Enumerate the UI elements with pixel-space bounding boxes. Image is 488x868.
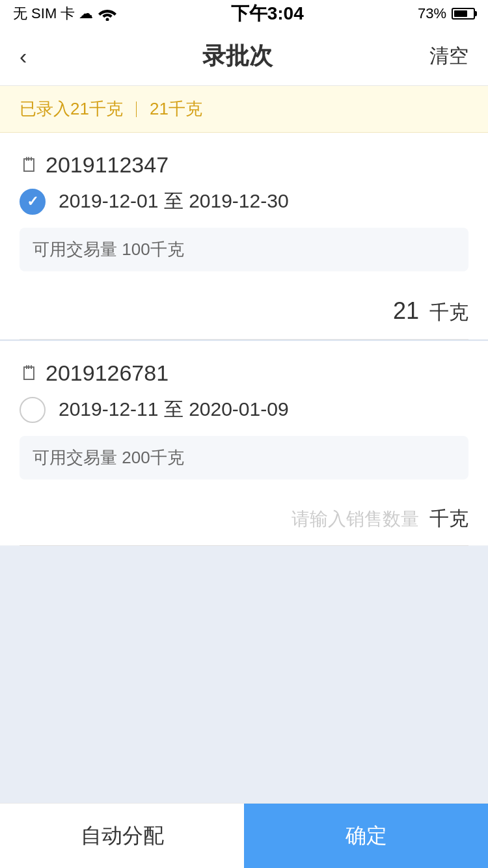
unit-1: 千克: [429, 299, 468, 326]
batch-header-2: 🗒 2019126781: [20, 360, 468, 386]
svg-point-0: [106, 18, 109, 21]
batch-date-1: 2019-12-01 至 2019-12-30: [59, 188, 289, 215]
batch-radio-2[interactable]: [20, 397, 46, 423]
batch-item-2: 🗒 2019126781 2019-12-11 至 2020-01-09 可用交…: [0, 341, 488, 545]
battery-icon: [452, 8, 475, 20]
auto-distribute-button[interactable]: 自动分配: [0, 804, 244, 868]
quantity-row-1: 千克: [20, 284, 468, 339]
info-divider: [136, 102, 137, 117]
batch-date-2: 2019-12-11 至 2020-01-09: [59, 396, 289, 423]
batch-icon-2: 🗒: [20, 362, 39, 385]
quantity-row-2: 千克: [20, 493, 468, 545]
sim-text: 无 SIM 卡 ☁: [13, 4, 93, 23]
recorded-amount: 已录入21千克: [20, 98, 123, 120]
quantity-input-2[interactable]: [250, 509, 419, 530]
confirm-button[interactable]: 确定: [244, 804, 488, 868]
nav-bar: ‹ 录批次 清空: [0, 27, 488, 86]
info-banner: 已录入21千克 21千克: [0, 86, 488, 133]
status-right: 73%: [418, 5, 475, 22]
availability-val-1: 100千克: [122, 239, 183, 259]
batch-row-1: 2019-12-01 至 2019-12-30: [20, 188, 468, 215]
availability-box-1: 可用交易量 100千克: [20, 228, 468, 271]
battery-percent: 73%: [418, 5, 446, 22]
batch-id-1: 2019112347: [46, 152, 169, 178]
status-left: 无 SIM 卡 ☁: [13, 4, 116, 23]
availability-box-2: 可用交易量 200千克: [20, 436, 468, 480]
batch-id-2: 2019126781: [46, 360, 169, 386]
batch-row-2: 2019-12-11 至 2020-01-09: [20, 396, 468, 423]
availability-label-1: 可用交易量: [33, 239, 117, 259]
status-time: 下午3:04: [231, 1, 304, 26]
back-button[interactable]: ‹: [20, 44, 59, 69]
status-bar: 无 SIM 卡 ☁ 下午3:04 73%: [0, 0, 488, 27]
total-amount: 21千克: [150, 98, 202, 120]
unit-2: 千克: [429, 506, 468, 532]
empty-area: [0, 546, 488, 806]
clear-button[interactable]: 清空: [416, 43, 468, 70]
availability-label-2: 可用交易量: [33, 448, 117, 467]
bottom-bar: 自动分配 确定: [0, 803, 488, 868]
batch-icon-1: 🗒: [20, 154, 39, 176]
availability-val-2: 200千克: [122, 448, 183, 467]
wifi-icon: [98, 7, 116, 21]
quantity-input-1[interactable]: [341, 297, 419, 325]
batch-header-1: 🗒 2019112347: [20, 152, 468, 178]
page-title: 录批次: [202, 40, 273, 72]
batch-item-1: 🗒 2019112347 2019-12-01 至 2019-12-30 可用交…: [0, 133, 488, 339]
batch-radio-1[interactable]: [20, 189, 46, 215]
